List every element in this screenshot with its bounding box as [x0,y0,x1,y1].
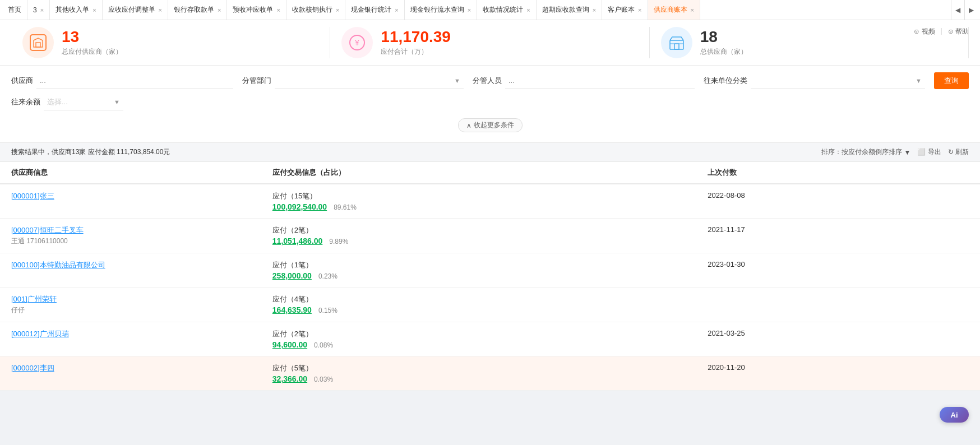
export-button[interactable]: ⬜ 导出 [917,147,941,157]
nav-next-button[interactable]: ▶ [964,0,978,20]
nav-tab-supplier-account-close[interactable]: × [691,7,694,13]
nav-tab-overdue-query[interactable]: 超期应收款查询 × [537,0,602,20]
nav-tab-cash-bank-stat-close[interactable]: × [395,7,398,13]
filter-person: 分管人员 [473,72,695,89]
filter-row-2: 往来余额 选择... ▼ [11,94,969,110]
nav-tab-cash-bank-flow-label: 现金银行流水查询 [410,5,464,15]
payable-amount-1[interactable]: 11,051,486.00 [272,237,323,245]
total-supplier-count: 18 [700,29,747,46]
nav-tab-3[interactable]: 3 × [27,0,50,20]
nav-tab-collection-stat-close[interactable]: × [526,7,530,13]
nav-tab-advance-offset-close[interactable]: × [276,7,280,13]
supplier-link-000012[interactable]: [000012]广州贝瑞 [11,329,272,339]
help-link[interactable]: ⊙ 帮助 [948,27,969,36]
lastpay-cell-2: 2023-01-30 [708,260,969,268]
nav-tab-cash-bank-flow[interactable]: 现金银行流水查询 × [405,0,477,20]
top-navigation: 首页 3 × 其他收入单 × 应收应付调整单 × 银行存取款单 × 预收冲应收单… [0,0,980,20]
payable-amount-row: 100,092,540.00 89.61% [272,202,708,211]
nav-tab-home-label: 首页 [8,5,21,15]
nav-tab-home[interactable]: 首页 [2,0,27,20]
payable-total: 11,170.39 [381,29,451,46]
nav-tab-customer-account-close[interactable]: × [638,7,641,13]
filter-category: 往来单位分类 ▼ [704,72,926,89]
lastpay-cell-5: 2020-11-20 [708,363,969,372]
last-pay-date-0: 2022-08-08 [708,190,745,200]
sort-label: 排序：按应付余额倒序排序 [821,147,902,157]
person-input[interactable] [505,72,695,89]
svg-text:¥: ¥ [354,38,359,47]
summary-suppliers-text: 13 总应付供应商（家） [62,29,122,57]
payable-percent-2: 0.23% [318,272,338,280]
export-label: 导出 [928,148,941,156]
nav-tab-ap-adjust-close[interactable]: × [159,7,162,13]
summary-helpers: ⊙ 视频 | ⊙ 帮助 [914,27,969,36]
payable-info-cell: 应付（4笔） 164,635.90 0.15% [272,294,708,314]
nav-tab-other-income[interactable]: 其他收入单 × [50,0,102,20]
payable-amount-row: 11,051,486.00 9.89% [272,237,708,245]
payable-amount-row: 94,600.00 0.08% [272,340,708,349]
payable-label-5: 应付（5笔） [272,363,708,373]
table-row: [000007]恒旺二手叉车 王通 17106110000 应付（2笔） 11,… [0,219,980,253]
nav-tab-3-close[interactable]: × [40,7,44,13]
supplier-icon [22,27,54,58]
nav-tab-3-label: 3 [33,6,37,14]
person-filter-label: 分管人员 [473,76,502,86]
table-row: [000001]张三 应付（15笔） 100,092,540.00 89.61%… [0,184,980,219]
nav-tab-customer-account-label: 客户账本 [608,5,635,15]
balance-select[interactable]: 选择... ▼ [44,94,123,110]
balance-select-arrow: ▼ [114,99,120,105]
nav-tab-bank-deposit-close[interactable]: × [218,7,221,13]
nav-tab-receipt-verify[interactable]: 收款核销执行 × [286,0,345,20]
supplier-link-000001[interactable]: [000001]张三 [11,191,272,201]
summary-card-suppliers: 13 总应付供应商（家） [11,27,330,58]
query-button[interactable]: 查询 [934,72,969,89]
supplier-link-000002[interactable]: [000002]李四 [11,363,272,373]
nav-tab-bank-deposit[interactable]: 银行存取款单 × [168,0,227,20]
video-link[interactable]: ⊙ 视频 [914,27,935,36]
category-select[interactable]: ▼ [751,72,926,89]
filter-balance: 往来余额 选择... ▼ [11,94,123,110]
payable-info-cell: 应付（2笔） 11,051,486.00 9.89% [272,225,708,245]
nav-tab-ap-adjust[interactable]: 应收应付调整单 × [103,0,168,20]
payable-percent-4: 0.08% [314,341,333,349]
category-select-arrow: ▼ [916,77,922,84]
nav-tab-customer-account[interactable]: 客户账本 × [602,0,648,20]
nav-tab-supplier-account[interactable]: 供应商账本 × [648,0,700,20]
supplier-info-cell: [001]广州荣轩 仔仔 [11,294,272,315]
filter-area: 供应商 分管部门 ▼ 分管人员 往来单位分类 ▼ 查询 往来余额 选择 [0,66,980,143]
nav-tab-cash-bank-stat[interactable]: 现金银行统计 × [345,0,404,20]
supplier-filter-label: 供应商 [11,76,33,86]
table-row: [001]广州荣轩 仔仔 应付（4笔） 164,635.90 0.15% [0,288,980,322]
nav-tab-advance-offset[interactable]: 预收冲应收单 × [227,0,286,20]
payable-amount-2[interactable]: 258,000.00 [272,271,312,280]
supplier-count-label: 总应付供应商（家） [62,47,122,57]
nav-prev-button[interactable]: ◀ [951,0,964,20]
sort-button[interactable]: 排序：按应付余额倒序排序 ▼ [821,147,910,157]
last-pay-date-1: 2021-11-17 [708,224,745,234]
payable-amount-5[interactable]: 32,366.00 [272,374,307,383]
collapse-button[interactable]: ∧ 收起更多条件 [458,118,523,132]
supplier-link-000007[interactable]: [000007]恒旺二手叉车 [11,225,272,235]
payable-amount-0[interactable]: 100,092,540.00 [272,202,327,211]
payable-amount-3[interactable]: 164,635.90 [272,305,312,314]
nav-tab-other-income-close[interactable]: × [93,7,96,13]
supplier-info-cell: [000002]李四 [11,363,272,373]
payable-amount-4[interactable]: 94,600.00 [272,340,307,349]
supplier-link-000100[interactable]: [000100]本特勤油品有限公司 [11,260,272,270]
table-row: [000012]广州贝瑞 应付（2笔） 94,600.00 0.08% 2021… [0,322,980,356]
refresh-button[interactable]: ↻ 刷新 [948,147,969,157]
nav-tab-overdue-query-close[interactable]: × [593,7,596,13]
store-icon [661,27,692,58]
supplier-link-001[interactable]: [001]广州荣轩 [11,294,272,304]
col-header-supplier: 供应商信息 [11,168,272,178]
supplier-info-cell: [000012]广州贝瑞 [11,329,272,339]
nav-tab-cash-bank-flow-close[interactable]: × [468,7,471,13]
supplier-input[interactable] [36,72,233,89]
nav-tab-advance-offset-label: 预收冲应收单 [233,5,273,15]
table-row: [000100]本特勤油品有限公司 应付（1笔） 258,000.00 0.23… [0,253,980,288]
dept-select[interactable]: ▼ [275,72,464,89]
nav-tab-collection-stat[interactable]: 收款情况统计 × [477,0,536,20]
payable-info-cell: 应付（15笔） 100,092,540.00 89.61% [272,191,708,211]
col-header-lastpay: 上次付数 [708,168,969,178]
nav-tab-receipt-verify-close[interactable]: × [336,7,339,13]
